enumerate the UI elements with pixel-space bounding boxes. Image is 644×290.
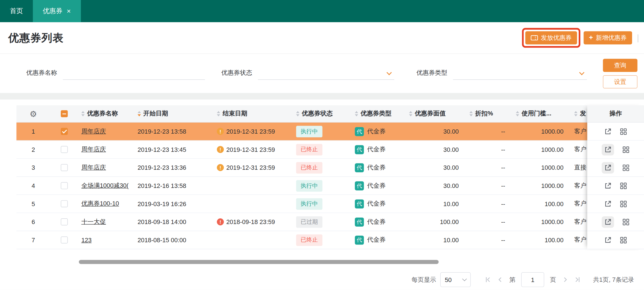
filter-coupon-name: 优惠券名称 xyxy=(26,67,205,79)
coupon-type-icon: 代 xyxy=(355,181,364,190)
chevron-down-icon xyxy=(462,276,467,281)
grid-icon[interactable] xyxy=(620,236,627,244)
grid-icon[interactable] xyxy=(620,200,627,208)
coupon-status-select[interactable] xyxy=(258,67,394,79)
sort-carets-icon xyxy=(296,111,300,117)
page-number-input[interactable]: 1 xyxy=(521,272,544,287)
coupon-ticket-icon xyxy=(531,35,538,41)
horizontal-scrollbar[interactable] xyxy=(79,260,439,264)
column-header[interactable]: 结束日期 xyxy=(214,105,293,122)
issue-coupon-label: 发放优惠券 xyxy=(541,34,572,42)
settings-button[interactable]: 设置 xyxy=(603,75,637,88)
type-cell: 代代金券 xyxy=(352,213,406,231)
row-checkbox[interactable] xyxy=(60,128,68,135)
column-header-label: 使用门槛... xyxy=(522,110,551,117)
sort-carets-icon xyxy=(516,111,519,117)
last-page-icon[interactable] xyxy=(574,276,581,283)
coupon-type-icon: 代 xyxy=(355,235,364,245)
filter-coupon-type: 优惠券类型 xyxy=(417,67,587,79)
column-header-label: 折扣% xyxy=(475,110,493,117)
grid-icon[interactable] xyxy=(622,146,630,153)
share-icon[interactable] xyxy=(602,144,614,156)
row-checkbox-cell xyxy=(50,141,78,158)
table-row: 5优惠券100-102019-03-19 16:26执行中代代金券10.00--… xyxy=(16,195,644,213)
coupon-name-label: 优惠券名称 xyxy=(26,69,57,80)
status-cell: 执行中 xyxy=(293,123,352,140)
column-header[interactable]: 优惠券类型 xyxy=(352,105,406,122)
filter-bar: 优惠券名称 优惠券状态 优惠券类型 查询 设置 xyxy=(0,53,644,93)
sort-carets-icon xyxy=(574,111,578,117)
row-index: 7 xyxy=(16,231,50,249)
next-page-icon[interactable] xyxy=(562,276,568,283)
coupon-name-input[interactable] xyxy=(63,67,205,79)
coupon-name-link[interactable]: 优惠券100-10 xyxy=(81,200,119,208)
tab-home[interactable]: 首页 xyxy=(0,0,33,22)
status-badge: 执行中 xyxy=(296,198,323,209)
coupon-name-link[interactable]: 123 xyxy=(81,237,91,244)
gear-icon[interactable]: ⚙ xyxy=(30,109,37,119)
status-badge: 执行中 xyxy=(296,180,323,192)
operations-fixed-column: 操作 xyxy=(587,105,644,249)
select-all-checkbox[interactable] xyxy=(60,110,68,117)
discount-cell: -- xyxy=(466,213,513,231)
table-row: 1周年店庆2019-12-23 13:58!2019-12-31 23:59执行… xyxy=(16,123,644,141)
issue-coupon-button[interactable]: 发放优惠券 xyxy=(525,31,577,44)
query-button[interactable]: 查询 xyxy=(603,59,637,72)
grid-icon[interactable] xyxy=(620,182,627,189)
share-icon[interactable] xyxy=(602,162,614,173)
close-tab-icon[interactable]: ✕ xyxy=(66,8,71,14)
coupon-name-link[interactable]: 周年店庆 xyxy=(81,146,106,153)
topbar: 首页 优惠券 ✕ xyxy=(0,0,644,22)
share-icon[interactable] xyxy=(604,128,612,135)
grid-icon[interactable] xyxy=(620,128,627,135)
row-checkbox[interactable] xyxy=(60,146,68,153)
column-settings-cell: ⚙ xyxy=(16,105,50,122)
warning-icon: ! xyxy=(217,128,224,135)
first-page-icon[interactable] xyxy=(485,276,491,283)
row-checkbox[interactable] xyxy=(60,218,68,225)
row-checkbox[interactable] xyxy=(60,182,68,189)
sort-carets-icon xyxy=(355,111,358,117)
type-cell: 代代金券 xyxy=(352,231,406,249)
tab-home-label: 首页 xyxy=(10,7,23,15)
column-header[interactable]: 优惠券名称 xyxy=(78,105,134,122)
column-header[interactable]: 优惠券面值 xyxy=(406,105,466,122)
row-checkbox[interactable] xyxy=(60,237,68,244)
tab-coupon[interactable]: 优惠券 ✕ xyxy=(33,0,81,22)
per-page-label: 每页显示 xyxy=(411,276,436,283)
row-index: 2 xyxy=(16,141,50,158)
total-records-text: 共1页, 7条记录 xyxy=(593,276,634,283)
share-icon[interactable] xyxy=(604,236,612,244)
share-icon[interactable] xyxy=(604,200,612,208)
filter-buttons: 查询 设置 xyxy=(603,59,637,88)
threshold-cell: 1000.00 xyxy=(513,177,571,194)
status-cell: 已过期 xyxy=(293,213,352,231)
column-header[interactable]: 优惠券状态 xyxy=(293,105,352,122)
coupon-name-link[interactable]: 周年店庆 xyxy=(81,127,106,135)
page-controls: 第 1 页 xyxy=(485,272,581,287)
coupon-name-link[interactable]: 周年店庆 xyxy=(81,164,106,171)
prev-page-icon[interactable] xyxy=(497,276,503,283)
row-checkbox[interactable] xyxy=(60,200,68,207)
column-header[interactable]: 折扣% xyxy=(466,105,513,122)
face-value-cell: 100.00 xyxy=(406,213,466,231)
coupon-type-select[interactable] xyxy=(453,67,587,79)
share-icon[interactable] xyxy=(604,182,612,189)
plus-icon: + xyxy=(589,34,593,42)
add-coupon-button[interactable]: + 新增优惠券 xyxy=(584,31,632,44)
grid-icon[interactable] xyxy=(622,164,630,171)
share-icon[interactable] xyxy=(602,216,614,227)
coupon-name-link[interactable]: 全场满1000减30( xyxy=(81,182,128,189)
column-header[interactable]: 开始日期 xyxy=(134,105,214,122)
operations-cell xyxy=(587,141,644,159)
coupon-type-label: 优惠券类型 xyxy=(417,69,447,80)
coupon-type-icon: 代 xyxy=(355,163,364,172)
column-header[interactable]: 使用门槛... xyxy=(513,105,571,122)
coupon-name-link[interactable]: 十一大促 xyxy=(81,218,106,226)
end-date-cell: !2019-12-31 23:59 xyxy=(214,159,293,176)
grid-icon[interactable] xyxy=(622,218,630,225)
row-checkbox[interactable] xyxy=(60,164,68,171)
face-value-cell: 30.00 xyxy=(406,141,466,158)
row-index: 1 xyxy=(16,123,50,140)
page-size-select[interactable]: 50 xyxy=(440,272,471,287)
